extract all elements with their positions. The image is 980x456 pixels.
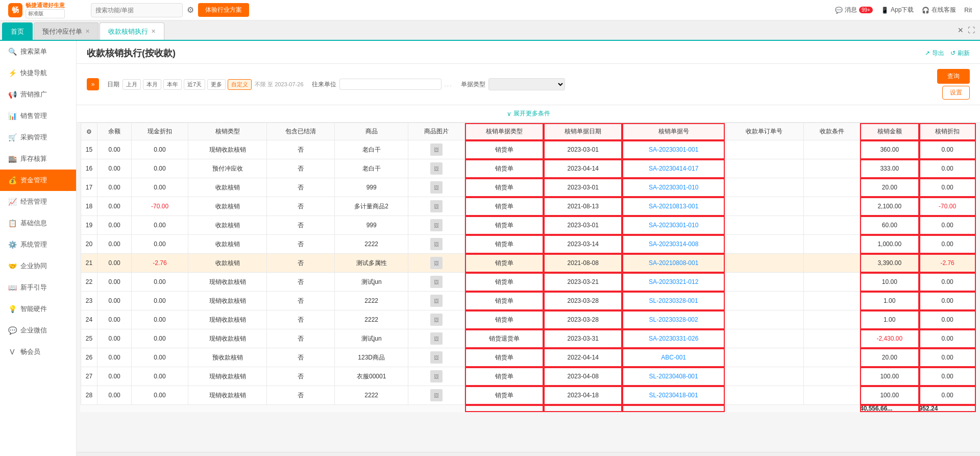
gear-icon: ⚙️: [8, 241, 16, 249]
username-label: Rit: [964, 7, 972, 14]
sidebar-item-guide[interactable]: 📖 新手引导: [0, 277, 76, 298]
cell-verify-bill-no[interactable]: SL-20230408-001: [622, 367, 724, 386]
scroll-bar[interactable]: [77, 452, 980, 456]
filter-date-range: 不限 至 2023-07-26: [255, 81, 303, 88]
sidebar-item-shortcuts-label: 快捷导航: [20, 68, 47, 78]
sidebar-item-vip[interactable]: V 畅会员: [0, 341, 76, 363]
settings-icon[interactable]: ⚙: [187, 5, 194, 15]
tab-close-window-icon[interactable]: ✕: [958, 26, 964, 34]
cell-balance: 0.00: [97, 216, 132, 235]
cell-verify-bill-no[interactable]: SA-20230301-001: [622, 140, 724, 159]
sidebar-item-sales[interactable]: 📊 销售管理: [0, 105, 76, 127]
filter-date-7days[interactable]: 近7天: [184, 79, 205, 90]
sidebar-item-hardware[interactable]: 💡 智能硬件: [0, 298, 76, 320]
sidebar-item-inventory-label: 库存核算: [20, 154, 47, 163]
filter-date-this-month[interactable]: 本月: [143, 79, 161, 90]
cell-goods-img: 🖼: [408, 159, 465, 178]
sidebar-item-finance-label: 资金管理: [20, 176, 47, 185]
sidebar-item-search[interactable]: 🔍 搜索菜单: [0, 41, 76, 62]
sidebar-item-marketing[interactable]: 📢 营销推广: [0, 84, 76, 105]
cell-verify-bill-no[interactable]: SA-20230314-008: [622, 235, 724, 254]
col-balance: 余额: [97, 123, 132, 140]
export-btn[interactable]: ↗ 导出: [925, 49, 944, 58]
cell-include-settled: 否: [267, 159, 335, 178]
cell-receipt-order-no: [725, 292, 803, 310]
cell-verify-amount: 1.00: [860, 292, 919, 310]
col-gear[interactable]: ⚙: [81, 123, 97, 140]
cell-verify-bill-no[interactable]: SA-20230414-017: [622, 159, 724, 178]
money-icon: 💰: [8, 176, 16, 184]
sidebar-item-inventory[interactable]: 🏬 库存核算: [0, 148, 76, 170]
app-download-btn[interactable]: 📱 App下载: [881, 6, 914, 14]
col-verify-amount: 核销金额: [860, 123, 919, 140]
tab-receipt-verify[interactable]: 收款核销执行 ✕: [100, 22, 164, 40]
filter-partner-input[interactable]: [339, 79, 442, 90]
filter-expand-btn[interactable]: »: [87, 78, 99, 90]
cell-verify-amount: 3,390.00: [860, 254, 919, 273]
tab-prepay[interactable]: 预付冲应付单 ✕: [34, 22, 99, 40]
tab-home[interactable]: 首页: [2, 22, 33, 40]
solution-btn[interactable]: 体验行业方案: [198, 3, 249, 17]
cell-verify-amount: 1.00: [860, 310, 919, 329]
expand-more-btn[interactable]: ∨ 展开更多条件: [87, 109, 970, 118]
tab-prepay-close[interactable]: ✕: [85, 28, 90, 35]
cell-receipt-condition: [803, 159, 860, 178]
cell-verify-bill-no[interactable]: SA-20230331-026: [622, 329, 724, 348]
filter-date-more[interactable]: 更多: [207, 79, 226, 90]
refresh-btn[interactable]: ↺ 刷新: [950, 49, 970, 58]
cell-receipt-condition: [803, 367, 860, 386]
logo-area: 畅 畅捷通谱好生意 标准版: [8, 2, 85, 18]
sidebar-item-marketing-label: 营销推广: [20, 90, 47, 99]
sidebar-item-finance[interactable]: 💰 资金管理: [0, 170, 76, 191]
cell-verify-bill-no[interactable]: SA-20230301-010: [622, 178, 724, 197]
query-btn[interactable]: 查询: [937, 69, 970, 84]
cell-verify-bill-no[interactable]: SA-20210813-001: [622, 197, 724, 216]
cell-goods-img: 🖼: [408, 292, 465, 310]
filter-date-custom[interactable]: 自定义: [228, 79, 252, 90]
tab-maximize-icon[interactable]: ⛶: [968, 26, 975, 34]
filter-order-type-select[interactable]: [488, 78, 565, 90]
cell-verify-bill-date: 2023-03-21: [544, 273, 622, 292]
filter-date-last-month[interactable]: 上月: [122, 79, 141, 90]
cell-receipt-order-no: [725, 367, 803, 386]
cell-goods: 测试多属性: [334, 254, 408, 273]
cell-id: 26: [81, 348, 97, 367]
cell-receipt-condition: [803, 254, 860, 273]
cell-include-settled: 否: [267, 292, 335, 310]
message-btn[interactable]: 💬 消息 99+: [835, 6, 873, 14]
table-body: 15 0.00 0.00 现销收款核销 否 老白干 🖼 销货单 2023-03-…: [81, 140, 976, 405]
cell-verify-bill-no[interactable]: SL-20230418-001: [622, 386, 724, 405]
cell-verify-bill-no[interactable]: SL-20230328-001: [622, 292, 724, 310]
cell-verify-amount: 1,000.00: [860, 235, 919, 254]
sidebar-item-basic[interactable]: 📋 基础信息: [0, 212, 76, 234]
logo-text: 畅捷通谱好生意: [26, 2, 65, 9]
setting-btn[interactable]: 设置: [942, 86, 970, 100]
filter-date-this-year[interactable]: 本年: [163, 79, 182, 90]
cell-verify-amount: 360.00: [860, 140, 919, 159]
total-receipt-condition: [803, 405, 860, 413]
user-avatar[interactable]: Rit: [964, 7, 972, 14]
cell-verify-type: 现销收款核销: [188, 273, 266, 292]
sidebar-item-shortcuts[interactable]: ⚡ 快捷导航: [0, 62, 76, 84]
sidebar-item-operations[interactable]: 📈 经营管理: [0, 191, 76, 212]
cell-receipt-order-no: [725, 235, 803, 254]
sidebar-item-collab[interactable]: 🤝 企业协同: [0, 255, 76, 277]
cell-verify-bill-no[interactable]: SA-20230321-012: [622, 273, 724, 292]
column-settings-icon[interactable]: ⚙: [86, 128, 92, 135]
cell-goods-img: 🖼: [408, 386, 465, 405]
chart-icon: 📊: [8, 112, 16, 120]
cell-verify-bill-no[interactable]: SL-20230328-002: [622, 310, 724, 329]
cell-verify-bill-no[interactable]: SA-20230301-010: [622, 216, 724, 235]
search-bar-top[interactable]: [91, 3, 183, 17]
online-service-btn[interactable]: 🎧 在线客服: [922, 6, 956, 14]
cell-verify-bill-no[interactable]: ABC-001: [622, 348, 724, 367]
sidebar-item-system[interactable]: ⚙️ 系统管理: [0, 234, 76, 255]
cell-verify-bill-date: 2021-08-13: [544, 197, 622, 216]
sidebar-item-wechat[interactable]: 💬 企业微信: [0, 320, 76, 341]
cell-verify-amount: 20.00: [860, 178, 919, 197]
cell-id: 24: [81, 310, 97, 329]
tab-receipt-verify-close[interactable]: ✕: [151, 28, 156, 35]
sidebar-item-purchase[interactable]: 🛒 采购管理: [0, 127, 76, 148]
cell-goods: 2222: [334, 386, 408, 405]
cell-verify-bill-no[interactable]: SA-20210808-001: [622, 254, 724, 273]
